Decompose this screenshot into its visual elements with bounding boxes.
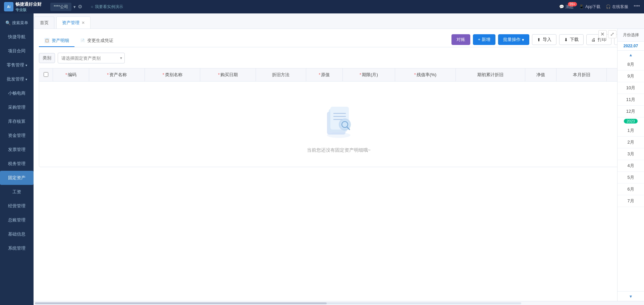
- sidebar-item-operation[interactable]: 经营管理: [0, 199, 34, 213]
- import-btn[interactable]: ⬆ 导入: [532, 34, 556, 45]
- company-dropdown-icon[interactable]: ▾: [73, 4, 76, 9]
- tab-assets-mgmt[interactable]: 资产管理 ✕: [56, 16, 91, 29]
- sub-tab-voucher[interactable]: 📄 变更生成凭证: [74, 35, 119, 47]
- tab-bar: 首页 资产管理 ✕: [34, 13, 644, 29]
- th-accum-deprec: 期初累计折旧: [456, 68, 525, 82]
- sidebar-item-purchase[interactable]: 采购管理: [0, 100, 34, 114]
- sub-tab-detail[interactable]: 📋 资产明细: [39, 35, 74, 47]
- assets-label: 固定资产: [2, 175, 32, 181]
- tab-close-icon[interactable]: ✕: [82, 20, 85, 25]
- month-item-12[interactable]: 12月: [618, 106, 644, 117]
- operation-label: 经营管理: [2, 203, 32, 209]
- sidebar-item-salary[interactable]: 工资: [0, 185, 34, 199]
- app-logo: Ai 畅捷通好业财 专业版: [4, 1, 42, 12]
- message-count: 99+: [568, 2, 577, 6]
- month-item-9[interactable]: 9月: [618, 70, 644, 82]
- sidebar-item-search[interactable]: 🔍 搜索菜单: [0, 16, 34, 30]
- month-item-6[interactable]: 6月: [618, 184, 644, 195]
- month-panel-header: 月份选择: [618, 29, 644, 42]
- fund-label: 资金管理: [2, 133, 32, 139]
- app-download-btn[interactable]: 📱 App下载: [579, 4, 600, 10]
- th-net-value: 净值: [525, 68, 556, 82]
- message-btn[interactable]: 💬 消息 99+: [559, 4, 574, 10]
- th-code: *编码: [53, 68, 89, 82]
- month-item-5[interactable]: 5月: [618, 172, 644, 184]
- month-nav-down-btn[interactable]: ▾: [630, 294, 632, 299]
- batch-arrow-icon: ▾: [522, 37, 524, 42]
- select-all-checkbox[interactable]: [44, 72, 48, 77]
- table-empty-row: 当前您还没有固定资产明细哦~: [39, 82, 638, 167]
- sidebar-item-tax[interactable]: 税务管理: [0, 157, 34, 171]
- table-body: 当前您还没有固定资产明细哦~: [39, 82, 638, 167]
- category-input-wrapper: ▾: [58, 53, 125, 63]
- basic-label: 基础信息: [2, 231, 32, 237]
- empty-state: 当前您还没有固定资产明细哦~: [39, 82, 638, 167]
- month-item-3[interactable]: 3月: [618, 148, 644, 160]
- year-2023-row: 2023: [618, 117, 644, 125]
- voucher-tab-icon: 📄: [80, 38, 85, 43]
- app-name: 畅捷通好业财: [15, 1, 42, 7]
- month-item-8[interactable]: 8月: [618, 59, 644, 70]
- settings-icon[interactable]: ⚙: [78, 4, 82, 10]
- top-bar: Ai 畅捷通好业财 专业版 ****公司 ▾ ⚙ ○ 我要看实例演示 💬 消息 …: [0, 0, 644, 13]
- add-btn[interactable]: + 新增: [473, 34, 495, 45]
- panel-close-icon[interactable]: ✕: [598, 30, 607, 38]
- app-icon: 📱: [579, 4, 584, 9]
- sidebar-item-fund[interactable]: 资金管理: [0, 129, 34, 143]
- sidebar-item-basic[interactable]: 基础信息: [0, 227, 34, 241]
- month-item-1[interactable]: 1月: [618, 125, 644, 137]
- month-nav-up-btn[interactable]: ▴: [627, 51, 635, 59]
- invoice-label: 发票管理: [2, 147, 32, 153]
- batch-btn[interactable]: 批量操作 ▾: [498, 34, 529, 45]
- category-filter: 类别 ▾: [39, 53, 639, 63]
- download-btn[interactable]: ⬇ 下载: [559, 34, 584, 45]
- month-item-4[interactable]: 4月: [618, 160, 644, 172]
- sidebar-item-system[interactable]: 系统管理: [0, 241, 34, 255]
- demo-link[interactable]: ○ 我要看实例演示: [91, 4, 123, 10]
- panel-controls: ✕ ⤢: [598, 30, 616, 38]
- match-btn-label: 对账: [457, 37, 465, 43]
- wholesale-label: 批发管理: [7, 76, 24, 82]
- tab-home[interactable]: 首页: [34, 16, 54, 29]
- tab-home-label: 首页: [40, 20, 49, 26]
- scrollbar-track: [35, 302, 521, 304]
- match-btn[interactable]: 对账: [451, 34, 470, 45]
- empty-illustration: [319, 102, 359, 142]
- th-period: *期限(月): [342, 68, 395, 82]
- search-icon: 🔍: [5, 20, 11, 26]
- sidebar-item-shortcut[interactable]: 快捷导航: [0, 30, 34, 44]
- sidebar-item-invoice[interactable]: 发票管理: [0, 143, 34, 157]
- tab-assets-label: 资产管理: [62, 20, 79, 26]
- sidebar-item-retail[interactable]: 零售管理 ▾: [0, 58, 34, 72]
- month-item-10[interactable]: 10月: [618, 82, 644, 94]
- app-label: App下载: [585, 4, 600, 10]
- month-item-11[interactable]: 11月: [618, 94, 644, 106]
- page-content: 📋 资产明细 📄 变更生成凭证 对账 + 新增: [34, 29, 644, 301]
- add-btn-label: + 新增: [478, 37, 490, 43]
- month-panel-current[interactable]: 2022.07: [618, 42, 644, 51]
- month-item-2[interactable]: 2月: [618, 137, 644, 148]
- user-btn[interactable]: ****: [634, 4, 640, 9]
- online-service-btn[interactable]: 🎧 在线客服: [606, 4, 628, 10]
- sidebar-item-project[interactable]: 项目合同: [0, 44, 34, 58]
- sidebar-item-wholesale[interactable]: 批发管理 ▾: [0, 72, 34, 86]
- sidebar-item-assets[interactable]: 固定资产: [0, 171, 34, 185]
- retail-label: 零售管理: [7, 62, 24, 68]
- category-label: 类别: [39, 53, 55, 63]
- th-checkbox: [39, 68, 53, 82]
- sidebar-item-stock[interactable]: 库存核算: [0, 114, 34, 129]
- detail-tab-icon: 📋: [44, 38, 50, 43]
- panel-expand-icon[interactable]: ⤢: [608, 30, 616, 38]
- content-area: 首页 资产管理 ✕ 📋 资产明细 📄 变更生成凭证: [34, 13, 644, 305]
- th-deprec-method: 折旧方法: [256, 68, 306, 82]
- month-item-7-current[interactable]: 7月: [618, 195, 644, 207]
- category-input[interactable]: [58, 53, 125, 63]
- scrollbar-thumb: [35, 302, 327, 304]
- sidebar-item-ecommerce[interactable]: 小畅电商: [0, 86, 34, 100]
- app-edition: 专业版: [15, 7, 42, 12]
- sidebar-item-ledger[interactable]: 总账管理: [0, 213, 34, 227]
- company-selector[interactable]: ****公司: [50, 3, 71, 11]
- system-label: 系统管理: [2, 245, 32, 251]
- horizontal-scrollbar[interactable]: [34, 301, 644, 305]
- service-icon: 🎧: [606, 4, 611, 9]
